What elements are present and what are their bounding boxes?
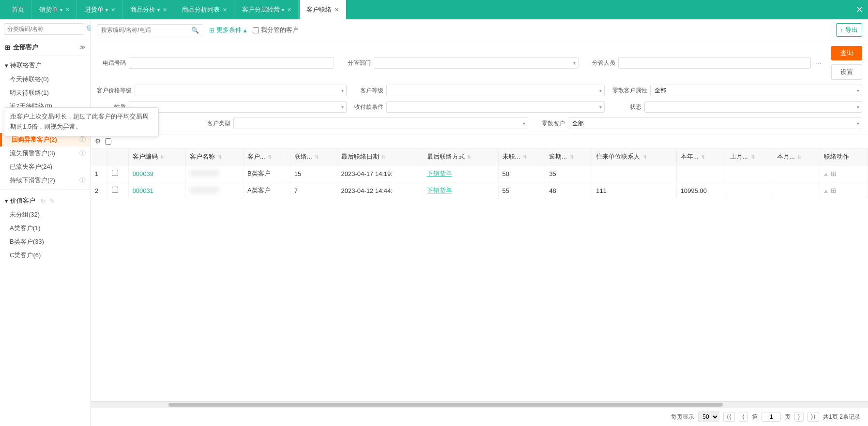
cust-level-select[interactable] bbox=[386, 85, 604, 96]
edit-icon[interactable]: ✎ bbox=[49, 197, 55, 205]
nav-tab-purchase[interactable]: 进货单 ▾ ✕ bbox=[78, 0, 122, 19]
th-contact-num[interactable]: 联络... ⇅ bbox=[290, 148, 337, 165]
row2-grid-icon[interactable]: ⊞ bbox=[831, 187, 837, 194]
nav-tab-sales-close[interactable]: ✕ bbox=[65, 7, 70, 13]
row1-last-contact-way[interactable]: 下销货单 bbox=[423, 165, 498, 182]
phone-input[interactable] bbox=[129, 57, 334, 69]
nav-tab-cust-segment-close[interactable]: ✕ bbox=[287, 7, 291, 13]
sidebar-search-icon[interactable]: 🔍 bbox=[86, 25, 91, 33]
sidebar-item-tomorrow[interactable]: 明天待联络(1) bbox=[0, 86, 91, 100]
sidebar-item-declining[interactable]: 持续下滑客户(2) ⓘ bbox=[0, 174, 91, 187]
page-label: 第 bbox=[752, 413, 758, 421]
page-prev-btn[interactable]: ⟨ bbox=[739, 412, 748, 422]
nav-tab-sales[interactable]: 销货单 ▾ ✕ bbox=[32, 0, 77, 19]
sidebar-group-value[interactable]: ▾ 价值客户 ↻ ✎ bbox=[0, 193, 91, 208]
nav-tab-home[interactable]: 首页 bbox=[5, 0, 31, 19]
sidebar-item-today[interactable]: 今天待联络(0) bbox=[0, 73, 91, 86]
manager-dots[interactable]: ··· bbox=[814, 59, 823, 67]
th-name[interactable]: 客户名称 ⇅ bbox=[186, 148, 244, 165]
row1-code[interactable]: 000039 bbox=[128, 165, 186, 182]
main-search-input[interactable] bbox=[101, 27, 188, 33]
more-conditions-btn[interactable]: ⊞ 更多条件 ▴ bbox=[209, 26, 247, 34]
sidebar-collapse-btn[interactable]: ≫ bbox=[79, 44, 86, 51]
sort-unliaised-icon: ⇅ bbox=[523, 154, 527, 160]
sidebar-item-churn-warning-label: 流失预警客户(3) bbox=[10, 149, 55, 158]
refresh-icon[interactable]: ↻ bbox=[40, 197, 46, 205]
row1-actions: ⟁ ⊞ bbox=[820, 165, 868, 182]
sort-contact-num-icon: ⇅ bbox=[315, 154, 319, 160]
sidebar-item-churn-warning[interactable]: 流失预警客户(3) ⓘ bbox=[0, 147, 91, 160]
my-customers-toggle[interactable]: 我分管的客户 bbox=[253, 26, 299, 34]
row1-link-icon[interactable]: ⟁ bbox=[824, 170, 828, 177]
table-row: 1 000039 B类客户 15 2023-04-17 14:19: 下销货单 … bbox=[91, 165, 868, 182]
nav-tab-cust-contact[interactable]: 客户联络 ✕ bbox=[300, 0, 346, 19]
close-window-icon[interactable]: ✕ bbox=[856, 4, 863, 15]
gender-select[interactable] bbox=[129, 101, 347, 113]
th-unit-contact[interactable]: 往来单位联系人 ⇅ bbox=[592, 148, 677, 165]
row2-link-icon[interactable]: ⟁ bbox=[824, 187, 828, 194]
main-search-icon[interactable]: 🔍 bbox=[191, 27, 199, 34]
scrollbar-thumb[interactable] bbox=[168, 403, 723, 407]
retail-cust-select[interactable]: 全部 bbox=[568, 118, 863, 129]
select-all-checkbox[interactable] bbox=[105, 138, 111, 145]
retail-cust-select-wrap: 全部 ▾ bbox=[568, 118, 863, 129]
dept-select[interactable] bbox=[374, 57, 579, 69]
th-last-month[interactable]: 上月... ⇅ bbox=[726, 148, 773, 165]
page-next-btn[interactable]: ⟩ bbox=[794, 412, 804, 422]
th-cust-type[interactable]: 客户... ⇅ bbox=[243, 148, 290, 165]
cust-type-select[interactable] bbox=[233, 118, 528, 129]
row2-check[interactable] bbox=[112, 187, 118, 193]
row2-last-contact-way[interactable]: 下销货单 bbox=[423, 182, 498, 199]
price-level-select[interactable] bbox=[135, 85, 347, 96]
retail-attr-select[interactable]: 全部 bbox=[650, 85, 862, 96]
th-last-contact-way[interactable]: 最后联络方式 ⇅ bbox=[423, 148, 498, 165]
query-button[interactable]: 查询 bbox=[831, 46, 862, 60]
sidebar-group-pending[interactable]: ▾ 待联络客户 bbox=[0, 58, 91, 73]
export-button[interactable]: ↑ 导出 bbox=[836, 23, 863, 37]
th-year-amount[interactable]: 本年... ⇅ bbox=[676, 148, 726, 165]
my-customers-checkbox[interactable] bbox=[253, 27, 259, 33]
action-btn-group: 查询 设置 bbox=[831, 46, 862, 80]
nav-tab-analysis-list-close[interactable]: ✕ bbox=[223, 7, 227, 13]
row2-name bbox=[186, 182, 244, 199]
th-overdue[interactable]: 逾期... ⇅ bbox=[545, 148, 592, 165]
sidebar-item-unclassified[interactable]: 未分组(32) bbox=[0, 208, 91, 221]
th-this-month[interactable]: 本月... ⇅ bbox=[773, 148, 820, 165]
per-page-select[interactable]: 50 bbox=[698, 411, 719, 422]
sidebar-item-classA[interactable]: A类客户(1) bbox=[0, 221, 91, 235]
row1-unliaised: 50 bbox=[498, 165, 545, 182]
sort-last-contact-way-icon: ⇅ bbox=[467, 154, 471, 160]
price-level-select-wrap: ▾ bbox=[135, 85, 347, 96]
sidebar-item-churned[interactable]: 已流失客户(24) bbox=[0, 160, 91, 174]
nav-tab-analysis-close[interactable]: ✕ bbox=[163, 7, 167, 13]
nav-tab-analysis[interactable]: 商品分析 ▾ ✕ bbox=[123, 0, 174, 19]
nav-tab-cust-contact-close[interactable]: ✕ bbox=[335, 7, 339, 13]
page-last-btn[interactable]: ⟩⟩ bbox=[807, 412, 819, 422]
page-first-btn[interactable]: ⟨⟨ bbox=[723, 412, 735, 422]
th-unliaised[interactable]: 未联... ⇅ bbox=[498, 148, 545, 165]
advanced-filter-panel: 电话号码 分管部门 ▾ 分管人员 ··· 查询 设置 bbox=[91, 41, 868, 134]
table-container[interactable]: 客户编码 ⇅ 客户名称 ⇅ 客户... ⇅ 联络... bbox=[91, 148, 868, 401]
row1-check[interactable] bbox=[112, 170, 118, 176]
horizontal-scrollbar[interactable] bbox=[91, 401, 868, 407]
sort-name-icon: ⇅ bbox=[218, 154, 222, 160]
sidebar-search-input[interactable] bbox=[4, 23, 83, 35]
table-gear-icon[interactable]: ⚙ bbox=[95, 137, 101, 145]
filter-retail-cust: 零散客户 全部 ▾ bbox=[536, 118, 863, 129]
nav-tab-cust-segment[interactable]: 客户分层经营 ▾ ✕ bbox=[235, 0, 299, 19]
status-select[interactable] bbox=[644, 101, 862, 113]
nav-tab-purchase-close[interactable]: ✕ bbox=[111, 7, 115, 13]
row1-contact-way-link[interactable]: 下销货单 bbox=[427, 170, 452, 177]
manager-input[interactable] bbox=[618, 57, 811, 69]
th-last-contact-date[interactable]: 最后联络日期 ⇅ bbox=[337, 148, 423, 165]
payment-select[interactable] bbox=[386, 101, 604, 113]
row1-grid-icon[interactable]: ⊞ bbox=[831, 170, 837, 177]
row2-contact-way-link[interactable]: 下销货单 bbox=[427, 187, 452, 194]
sidebar-item-classB[interactable]: B类客户(33) bbox=[0, 235, 91, 249]
page-num-input[interactable]: 1 bbox=[761, 412, 781, 422]
row2-code[interactable]: 000031 bbox=[128, 182, 186, 199]
nav-tab-analysis-list[interactable]: 商品分析列表 ✕ bbox=[175, 0, 234, 19]
th-code[interactable]: 客户编码 ⇅ bbox=[128, 148, 186, 165]
sidebar-item-classC[interactable]: C类客户(6) bbox=[0, 249, 91, 262]
settings-button[interactable]: 设置 bbox=[831, 64, 862, 80]
